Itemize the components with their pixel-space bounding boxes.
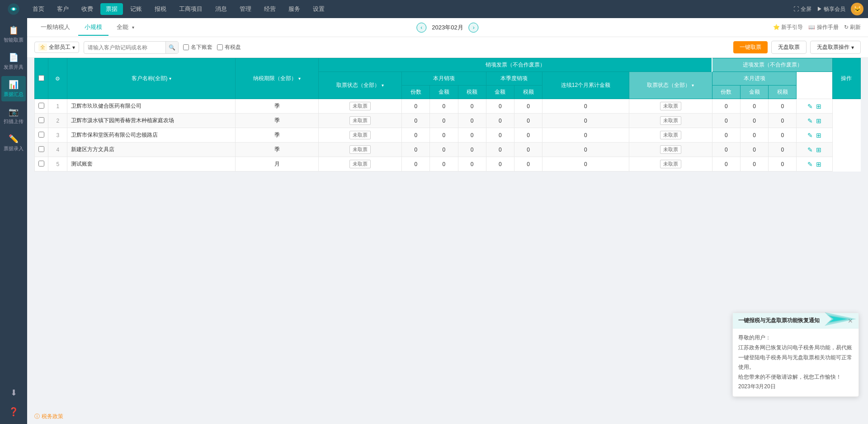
nav-message[interactable]: 消息 (210, 3, 232, 15)
row-actions: ✎ ⊞ (797, 99, 832, 114)
row-view-btn[interactable]: ⊞ (816, 117, 821, 124)
sales-status-filter-icon[interactable]: ▾ (382, 83, 384, 88)
nav-tax[interactable]: 报税 (149, 3, 172, 15)
row-sales-12m: 0 (542, 157, 629, 172)
fullscreen-btn[interactable]: ⛶ 全屏 (793, 5, 811, 13)
row-sales-12m: 0 (542, 99, 629, 114)
row-purchase-status: 未取票 (629, 157, 712, 172)
notification-title: 一键报税与无盘取票功能恢复通知 (738, 317, 820, 324)
row-sales-m-tax: 0 (458, 143, 486, 157)
period-next-btn[interactable]: › (469, 23, 479, 33)
tab-general-taxpayer[interactable]: 一般纳税人 (34, 19, 76, 36)
row-view-btn[interactable]: ⊞ (816, 146, 821, 153)
nav-billing[interactable]: 收费 (76, 3, 99, 15)
nav-service[interactable]: 服务 (283, 3, 306, 15)
row-customer: 卫辉市保和堂医药有限公司忠顿路店 (67, 128, 236, 143)
svg-point-1 (12, 8, 15, 10)
employee-filter[interactable]: 全 全部员工 ▾ (34, 42, 79, 53)
notification-text: 江苏政务网已恢复访问电子税务局功能，易代账一键登陆电子税务局与无盘取票相关功能可… (738, 343, 853, 372)
customer-filter-icon[interactable]: ▾ (169, 76, 171, 81)
manual-icon: 📖 (808, 24, 815, 30)
new-guide-btn[interactable]: ⭐ 新手引导 (773, 24, 803, 31)
row-view-btn[interactable]: ⊞ (816, 103, 821, 110)
row-view-btn[interactable]: ⊞ (816, 161, 821, 168)
purchase-status-filter-icon[interactable]: ▾ (692, 83, 694, 88)
period-prev-btn[interactable]: ‹ (416, 23, 426, 33)
smart-ticket-icon: 📋 (9, 25, 19, 35)
row-edit-btn[interactable]: ✎ (807, 146, 813, 153)
th-customer: 客户名称(全部) ▾ (67, 58, 236, 99)
employee-filter-dropdown-icon: ▾ (72, 44, 75, 51)
tab-small-scale[interactable]: 小规模 (78, 19, 108, 36)
row-purchase-m-amount: 0 (741, 143, 769, 157)
sidebar-item-smart-ticket[interactable]: 📋 智能取票 (1, 22, 26, 47)
tax-policy-link[interactable]: 税务政策 (42, 413, 63, 420)
sidebar-help-icon[interactable]: ❓ (6, 404, 21, 419)
search-box: 🔍 (84, 41, 179, 54)
one-click-btn[interactable]: 一键取票 (733, 41, 768, 53)
row-sales-status: 未取票 (319, 128, 402, 143)
row-num: 2 (48, 114, 67, 128)
th-sales-status: 取票状态（全部） ▾ (319, 72, 402, 99)
member-btn[interactable]: ▶ 畅享会员 (817, 5, 845, 13)
row-checkbox[interactable] (38, 146, 44, 152)
no-disk-ops-btn[interactable]: 无盘取票操作 ▾ (810, 41, 861, 54)
nav-business[interactable]: 工商项目 (174, 3, 208, 15)
nav-customer[interactable]: 客户 (52, 3, 74, 15)
row-edit-btn[interactable]: ✎ (807, 117, 813, 124)
no-disk-btn[interactable]: 无盘取票 (771, 41, 807, 54)
sidebar-item-invoice-open[interactable]: 📄 发票开具 (1, 49, 26, 74)
settings-icon[interactable]: ⚙ (55, 76, 60, 82)
sidebar-download-icon[interactable]: ⬇ (8, 385, 20, 400)
sub-account-filter[interactable]: 名下账套 (183, 43, 212, 51)
user-avatar[interactable]: 🐱 (851, 3, 863, 15)
row-sales-q-amount: 0 (486, 114, 514, 128)
tab-all-capable[interactable]: 全能 ▾ (110, 19, 141, 36)
tab-all-capable-dropdown-icon: ▾ (132, 25, 134, 30)
sub-account-checkbox[interactable] (183, 44, 189, 50)
row-sales-q-tax: 0 (514, 99, 542, 114)
row-edit-btn[interactable]: ✎ (807, 103, 813, 110)
row-purchase-m-amount: 0 (741, 157, 769, 172)
row-checkbox[interactable] (38, 103, 44, 109)
row-checkbox[interactable] (38, 117, 44, 123)
sidebar-item-invoice-summary[interactable]: 📊 票据汇总 (1, 76, 26, 101)
row-checkbox[interactable] (38, 132, 44, 138)
row-sales-q-tax: 0 (514, 143, 542, 157)
top-nav-right: ⛶ 全屏 ▶ 畅享会员 🐱 (793, 3, 863, 15)
nav-settings[interactable]: 设置 (307, 3, 330, 15)
row-actions: ✎ ⊞ (797, 114, 832, 128)
search-input[interactable] (84, 44, 165, 51)
row-purchase-status: 未取票 (629, 114, 712, 128)
search-button[interactable]: 🔍 (165, 41, 178, 54)
row-purchase-m-amount: 0 (741, 99, 769, 114)
sidebar-item-invoice-entry[interactable]: ✏️ 票据录入 (1, 130, 26, 156)
nav-operations[interactable]: 经营 (259, 3, 281, 15)
tax-period-filter-icon[interactable]: ▾ (298, 76, 301, 81)
row-edit-btn[interactable]: ✎ (807, 161, 813, 168)
row-sales-q-tax: 0 (514, 128, 542, 143)
row-sales-12m: 0 (542, 128, 629, 143)
nav-home[interactable]: 首页 (27, 3, 50, 15)
th-sales-12m: 连续12个月累计金额 (542, 72, 629, 99)
row-view-btn[interactable]: ⊞ (816, 132, 821, 139)
select-all-checkbox[interactable] (38, 75, 44, 81)
taxable-filter[interactable]: 有税盘 (217, 43, 241, 51)
th-purchase-m-amount: 金额 (741, 86, 769, 99)
nav-manage[interactable]: 管理 (234, 3, 257, 15)
row-customer: 卫辉市玖玖健合医药有限公司 (67, 99, 236, 114)
period-display: 2023年02月 (432, 24, 463, 32)
nav-bookkeeping[interactable]: 记账 (125, 3, 147, 15)
taxable-checkbox[interactable] (217, 44, 223, 50)
nav-invoice[interactable]: 票据 (100, 3, 123, 15)
row-edit-btn[interactable]: ✎ (807, 132, 813, 139)
manual-btn[interactable]: 📖 操作手册 (808, 24, 838, 31)
row-sales-m-count: 0 (402, 99, 430, 114)
row-purchase-m-amount: 0 (741, 128, 769, 143)
row-sales-q-amount: 0 (486, 143, 514, 157)
sidebar-item-scan-upload[interactable]: 📷 扫描上传 (1, 103, 26, 129)
refresh-btn[interactable]: ↻ 刷新 (844, 24, 861, 31)
row-checkbox[interactable] (38, 161, 44, 167)
app-logo[interactable] (5, 0, 23, 18)
notification-popup: 一键报税与无盘取票功能恢复通知 ✕ 尊敬的用户： 江苏政务网已恢复访问电子税务局… (732, 313, 859, 397)
